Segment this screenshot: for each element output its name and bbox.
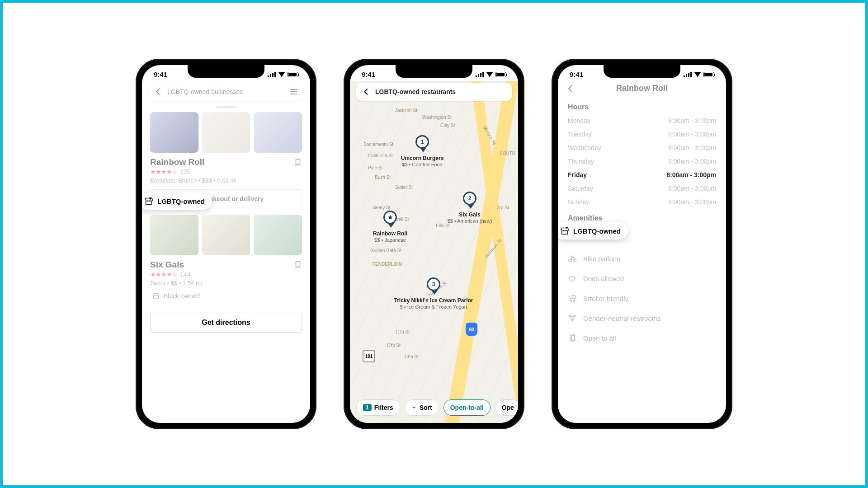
rating-stars: ★★★★☆144 xyxy=(150,271,302,278)
sheet-drag-handle[interactable] xyxy=(216,106,236,108)
page-title: Rainbow Roll xyxy=(581,84,703,93)
business-meta: Breakfast, Brunch • $$$ • 0.02 mi xyxy=(150,177,302,184)
wifi-icon xyxy=(694,72,701,77)
stroller-icon xyxy=(568,294,577,303)
street-label: Sutter St xyxy=(395,185,413,190)
street-label: 11th St xyxy=(395,329,410,334)
hours-row: Sunday8:00am - 3:00pm xyxy=(558,195,726,209)
map-pin-1[interactable]: 1 Unicorn Burgers$$ • Comfort Food xyxy=(415,135,431,154)
storefront-heart-icon xyxy=(144,196,154,206)
filters-chip[interactable]: 1 Filters xyxy=(356,399,400,416)
phone-detail-view: 9:41 Rainbow Roll Hours Monday8:00am - 3… xyxy=(552,59,732,429)
pin-title: Rainbow Roll xyxy=(373,230,407,237)
result-card-2[interactable]: Six Gals ★★★★☆144 Tacos • $$ • 1.54 mi B… xyxy=(142,215,310,309)
sort-chip[interactable]: Sort xyxy=(405,399,439,416)
clock: 9:41 xyxy=(570,70,583,78)
filter-count-badge: 1 xyxy=(363,404,372,411)
black-owned-chip: Black-owned xyxy=(150,289,302,303)
search-text: LGBTQ-owned restaurants xyxy=(375,88,456,95)
notch xyxy=(396,65,472,78)
hours-heading: Hours xyxy=(558,98,726,114)
hours-row: Thursday8:00am - 3:00pm xyxy=(558,155,726,168)
bookmark-icon[interactable] xyxy=(294,157,302,167)
chip-label: Sort xyxy=(420,404,432,411)
detail-header: Rainbow Roll xyxy=(558,81,726,98)
svg-point-2 xyxy=(290,94,291,94)
pill-label: LGBTQ-owned xyxy=(573,227,621,235)
back-arrow-icon[interactable] xyxy=(566,84,575,93)
business-title: Rainbow Roll xyxy=(150,157,302,167)
hours-row: Monday8:00am - 3:00pm xyxy=(558,114,726,127)
business-title: Six Gals xyxy=(150,260,302,270)
pin-title: Unicorn Burgers xyxy=(401,155,444,161)
search-bar[interactable]: LGBTQ-owned businesses xyxy=(148,83,304,101)
amenity-label: Bike parking xyxy=(583,255,621,263)
clock: 9:41 xyxy=(154,70,167,78)
photo-thumbnail[interactable] xyxy=(202,112,250,153)
battery-icon xyxy=(703,72,714,77)
get-directions-button[interactable]: Get directions xyxy=(150,313,302,333)
svg-point-5 xyxy=(571,300,572,301)
svg-rect-8 xyxy=(570,335,575,341)
us-route-shield-icon: 101 xyxy=(363,350,375,362)
amenity-row: Open to all xyxy=(558,328,726,348)
map-pin-3[interactable]: 3 Tricky Nikki's Ice Cream Parlor$ • Ice… xyxy=(427,277,442,296)
pin-subtitle: $$ • Comfort Food xyxy=(402,162,442,167)
amenity-label: Open to all xyxy=(583,334,616,342)
bike-icon xyxy=(568,254,577,263)
street-label: Jackson St xyxy=(395,108,417,113)
storefront-heart-icon xyxy=(152,292,160,300)
back-arrow-icon[interactable] xyxy=(362,87,371,96)
svg-point-7 xyxy=(571,317,574,320)
amenity-row: Stroller friendly xyxy=(558,288,726,308)
street-label: Clay St xyxy=(440,123,455,128)
district-label: TENDERLOIN xyxy=(373,262,402,267)
phone-list-view: 9:41 LGBTQ-owned businesses xyxy=(136,59,316,429)
bookmark-icon[interactable] xyxy=(294,260,302,270)
hours-row: Tuesday8:00am - 3:00pm xyxy=(558,127,726,141)
filter-chip-overflow[interactable]: Ope xyxy=(495,399,518,416)
street-label: Golden Gate St xyxy=(370,248,401,253)
list-toggle-icon[interactable] xyxy=(289,87,298,96)
storefront-heart-icon xyxy=(560,226,570,236)
door-open-icon xyxy=(568,333,577,343)
transgender-icon xyxy=(568,314,577,323)
wifi-icon xyxy=(486,72,493,77)
chevron-down-icon xyxy=(411,405,417,410)
street-label: 3rd St xyxy=(497,205,509,210)
search-bar[interactable]: LGBTQ-owned restaurants xyxy=(356,83,512,101)
dog-icon xyxy=(568,274,577,283)
pin-number: 2 xyxy=(466,194,474,202)
photo-thumbnail[interactable] xyxy=(202,215,250,255)
search-text: LGBTQ-owned businesses xyxy=(167,88,243,95)
pill-label: LGBTQ-owned xyxy=(157,197,205,205)
hours-row: Wednesday8:00am - 3:00pm xyxy=(558,141,726,155)
photo-thumbnail[interactable] xyxy=(150,215,198,255)
star-icon: ★ xyxy=(386,213,394,221)
hours-row-today: Friday8:00am - 3:00pm xyxy=(558,168,726,182)
svg-point-0 xyxy=(290,89,291,90)
map-pin-2[interactable]: 2 Six Gals$$ • American (new) xyxy=(463,192,478,211)
street-label: Washington St xyxy=(422,115,452,120)
photo-thumbnail[interactable] xyxy=(150,112,198,153)
pin-number: 1 xyxy=(418,138,426,146)
pin-subtitle: $$ • American (new) xyxy=(448,218,492,224)
svg-point-6 xyxy=(574,300,575,301)
amenity-row: Bike parking xyxy=(558,249,726,268)
clock: 9:41 xyxy=(362,70,375,78)
battery-icon xyxy=(288,72,298,77)
photo-thumbnail[interactable] xyxy=(254,215,302,255)
amenity-label: Dogs allowed xyxy=(583,275,624,282)
pin-subtitle: $ • Ice Cream & Frozen Yogurt xyxy=(400,304,467,310)
district-label: SOUTH xyxy=(500,151,515,156)
street-label: 13th St xyxy=(404,354,419,359)
back-arrow-icon[interactable] xyxy=(154,87,163,96)
open-to-all-chip[interactable]: Open-to-all xyxy=(443,399,491,416)
photo-thumbnail[interactable] xyxy=(254,112,302,153)
lgbtq-owned-pill: LGBTQ-owned xyxy=(558,222,628,239)
map-pin-saved[interactable]: ★ Rainbow Roll$$ • Japanese xyxy=(383,211,399,230)
notch xyxy=(188,65,264,78)
cell-signal-icon xyxy=(268,72,276,77)
cell-signal-icon xyxy=(476,72,484,77)
chip-label: Filters xyxy=(374,404,393,411)
